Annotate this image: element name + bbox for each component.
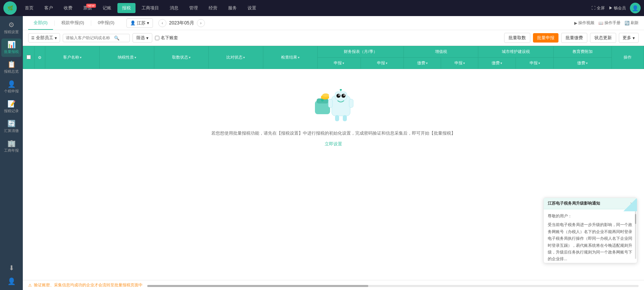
svg-rect-16	[328, 99, 332, 107]
chevron-down-icon: ▾	[147, 20, 149, 25]
fin-declare-filter[interactable]: ▾	[342, 61, 344, 65]
member-btn[interactable]: ▶ 畅会员	[609, 5, 626, 11]
operation-video-btn[interactable]: ▶ 操作视频	[574, 20, 594, 26]
tax-settings-icon: ⚙	[8, 21, 14, 28]
vat-declare-filter[interactable]: ▾	[386, 61, 387, 65]
notification-content: 受当前电子税务局进一步升级的影响，同一个政务网账号（办税人）名下的企业不能再同时…	[548, 221, 633, 262]
nav-tax[interactable]: 报税	[117, 3, 136, 13]
svg-point-10	[336, 94, 340, 98]
search-input[interactable]	[66, 35, 113, 40]
search-icon[interactable]: 🔍	[114, 35, 119, 41]
nav-operation[interactable]: 经营	[204, 3, 222, 13]
sub-account-checkbox[interactable]	[155, 36, 159, 40]
batch-pay-button[interactable]: 批量缴费	[561, 33, 587, 43]
vat-pay-filter[interactable]: ▾	[426, 61, 428, 65]
province-select[interactable]: 👤 江苏 ▾	[126, 18, 153, 28]
nav-settings[interactable]: 设置	[243, 3, 261, 13]
nav-service[interactable]: 服务	[223, 3, 241, 13]
sidebar-item-individual-tax[interactable]: 👤 个税申报	[1, 78, 21, 96]
th-check-result: 检查结果▾	[263, 46, 317, 69]
check-result-filter-icon[interactable]: ▾	[298, 56, 300, 59]
th-fin-declare: 申报▾	[317, 58, 361, 69]
nav-industrial[interactable]: 工商项目	[137, 3, 164, 13]
nav-message[interactable]: 消息	[165, 3, 183, 13]
sidebar-download[interactable]: ⬇	[1, 262, 21, 274]
date-navigation: ‹ 2023年05月 ›	[158, 19, 205, 27]
edu-pay-filter[interactable]: ▾	[586, 61, 588, 65]
batch-declare-button[interactable]: 批量申报	[533, 33, 558, 43]
nav-items: 首页 客户 收费 票据 NEW 记账 报税 工商项目 消息 管理 经营 服务 设…	[20, 3, 591, 13]
empty-message: 若您想使用批量报税功能，请先在【报税设置】中进行报税的初始化设置，完成密码验证和…	[211, 129, 455, 137]
user-avatar[interactable]: 👤	[630, 3, 641, 13]
prev-month-btn[interactable]: ‹	[158, 19, 166, 27]
tax-nature-filter-icon[interactable]: ▾	[135, 56, 136, 59]
th-operation: 操作	[611, 46, 644, 69]
manual-icon: 📖	[598, 21, 603, 25]
setup-link[interactable]: 立即设置	[325, 141, 342, 147]
tax-overview-icon: 📋	[7, 61, 16, 68]
nav-invoice[interactable]: 票据 NEW	[78, 3, 97, 13]
settings-icon[interactable]: ⚙	[38, 55, 42, 60]
sidebar-item-tax-record[interactable]: 📝 报税记录	[1, 98, 21, 116]
tabs-right-actions: ▶ 操作视频 📖 操作手册 🔄 刷新	[574, 20, 639, 26]
user-icon: 👤	[7, 278, 16, 285]
compare-status-filter-icon[interactable]: ▾	[243, 56, 245, 59]
nav-fee[interactable]: 收费	[59, 3, 77, 13]
refresh-btn[interactable]: 🔄 刷新	[625, 20, 639, 26]
tab-all[interactable]: 全部(0)	[28, 16, 53, 30]
select-all-checkbox[interactable]	[26, 55, 31, 59]
notification-close-btn[interactable]: ×	[630, 201, 633, 206]
sidebar-item-tax-settings[interactable]: ⚙ 报税设置	[1, 19, 21, 37]
svg-point-7	[322, 93, 329, 97]
city-declare-filter[interactable]: ▾	[463, 61, 465, 65]
fetch-status-filter-icon[interactable]: ▾	[189, 56, 191, 59]
tax-record-icon: 📝	[7, 100, 16, 107]
sidebar-item-annual-settlement[interactable]: 🔄 汇算清缴	[1, 118, 21, 136]
sidebar-item-annual-report[interactable]: 🏢 工商年报	[1, 137, 21, 156]
edu-declare-filter[interactable]: ▾	[538, 61, 540, 65]
annual-report-icon: 🏢	[7, 140, 16, 147]
th-financial-report: 财务报表（月/季）	[317, 46, 404, 58]
nav-management[interactable]: 管理	[184, 3, 203, 13]
sidebar-item-tax-overview[interactable]: 📋 报税总览	[1, 58, 21, 77]
video-icon: ▶	[574, 21, 577, 25]
fullscreen-btn[interactable]: ⛶ 全屏	[591, 5, 604, 11]
tab-divider-2	[91, 20, 91, 26]
warning-icon: ⚠	[28, 283, 32, 288]
empty-state: 若您想使用批量报税功能，请先在【报税设置】中进行报税的初始化设置，完成密码验证和…	[23, 69, 644, 167]
th-vat-declare: 申报▾	[361, 58, 404, 69]
city-pay-filter[interactable]: ▾	[500, 61, 502, 65]
tabs-bar: 全部(0) 税款申报(0) 0申报(0) 👤 江苏 ▾ ‹ 2023年05月 ›	[23, 16, 644, 30]
batch-fetch-button[interactable]: 批量取数	[504, 33, 530, 43]
sub-account-checkbox-label[interactable]: 名下账套	[155, 35, 178, 41]
top-navigation: 🌿 首页 客户 收费 票据 NEW 记账 报税 工商项目 消息 管理 经营 服务…	[0, 0, 644, 16]
nav-bookkeeping[interactable]: 记账	[98, 3, 116, 13]
sidebar-bottom: ⬇ 👤	[1, 262, 21, 287]
svg-text:🌿: 🌿	[7, 5, 13, 11]
svg-point-12	[338, 94, 340, 96]
svg-point-11	[341, 94, 345, 98]
individual-tax-icon: 👤	[7, 81, 16, 87]
more-button[interactable]: 更多 ▾	[619, 33, 639, 43]
toolbar-right: 批量取数 批量申报 批量缴费 状态更新 更多 ▾	[504, 33, 639, 43]
nav-customer[interactable]: 客户	[40, 3, 58, 13]
tab-tax-declare[interactable]: 税款申报(0)	[56, 16, 90, 30]
employee-select[interactable]: ☰ 全部员工 ▾	[28, 33, 60, 43]
svg-rect-19	[343, 115, 347, 121]
operation-manual-btn[interactable]: 📖 操作手册	[598, 20, 621, 26]
th-vat-pay: 缴费▾	[404, 58, 441, 69]
next-month-btn[interactable]: ›	[197, 19, 205, 27]
tab-zero-declare[interactable]: 0申报(0)	[93, 16, 120, 30]
sidebar-item-batch-tax[interactable]: 📊 批量报税	[1, 39, 21, 57]
nav-right: ⛶ 全屏 ▶ 畅会员 👤	[591, 3, 641, 13]
customer-filter-icon[interactable]: ▾	[80, 56, 82, 59]
filter-button[interactable]: 筛选 ▾	[132, 33, 152, 43]
province-date: 👤 江苏 ▾	[126, 18, 153, 28]
app-logo: 🌿	[3, 1, 17, 15]
status-update-button[interactable]: 状态更新	[590, 33, 616, 43]
download-icon: ⬇	[9, 265, 14, 271]
sidebar-user[interactable]: 👤	[1, 275, 21, 287]
svg-rect-18	[335, 115, 339, 121]
nav-home[interactable]: 首页	[20, 3, 38, 13]
current-date: 2023年05月	[169, 20, 194, 26]
